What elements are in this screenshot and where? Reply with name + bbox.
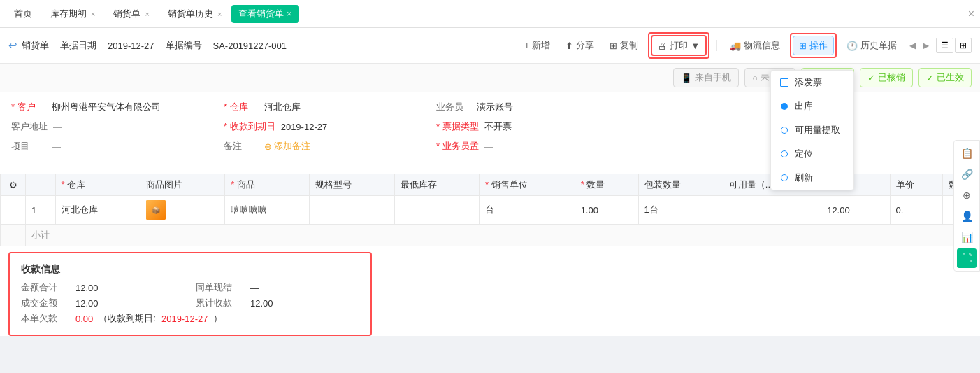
cumulative-value: 12.00: [250, 298, 273, 309]
locate-icon: [779, 149, 789, 159]
outbound-icon: [779, 101, 789, 111]
project-field: 项目 —: [11, 140, 207, 153]
print-icon: 🖨: [658, 41, 667, 51]
row-warehouse: 河北仓库: [55, 196, 140, 225]
tab-bar: 首页 库存期初 × 销货单 × 销货单历史 × 查看销货单 × ×: [0, 0, 980, 28]
close-window-btn[interactable]: ×: [968, 8, 974, 20]
summary-grid: 金额合计 12.00 同单现结 — 成交金额 12.00 累计收款 12.00 …: [21, 281, 359, 325]
copy-btn[interactable]: ⊞ 复制: [604, 36, 644, 55]
dropdown-locate[interactable]: 定位: [771, 142, 853, 166]
print-btn[interactable]: 🖨 打印 ▼: [651, 35, 707, 56]
tab-inventory-init[interactable]: 库存期初 ×: [42, 3, 103, 25]
prev-arrow[interactable]: ◀: [907, 39, 918, 52]
no-value: SA-20191227-001: [213, 41, 287, 51]
tab-home[interactable]: 首页: [6, 3, 41, 25]
summary-box: 收款信息 金额合计 12.00 同单现结 — 成交金额 12.00 累计收款 1…: [8, 252, 372, 336]
tab-close-history[interactable]: ×: [217, 10, 222, 18]
col-product-img: 商品图片: [140, 174, 224, 196]
new-btn[interactable]: + 新增: [519, 36, 556, 55]
dropdown-add-invoice[interactable]: 添发票: [771, 71, 853, 94]
row-product: 嘻嘻嘻嘻: [225, 196, 310, 225]
summary-title: 收款信息: [21, 263, 359, 276]
current-due-label: 本单欠款: [21, 312, 70, 325]
tab-close-inventory[interactable]: ×: [91, 10, 95, 18]
ticket-field: 票据类型 不开票: [436, 120, 632, 133]
operation-btn[interactable]: ⊞ 操作: [793, 36, 834, 55]
grid-view-btn[interactable]: ⊞: [955, 38, 972, 53]
row-seq: 1: [26, 196, 56, 225]
salesperson-field: 业务员孟 —: [436, 140, 632, 153]
sidebar-chart-icon[interactable]: 📊: [957, 227, 977, 247]
history-icon: 🕐: [846, 41, 858, 51]
due-date-field: 收款到期日 2019-12-27: [224, 120, 419, 133]
sidebar-add-icon[interactable]: ⊕: [957, 185, 977, 205]
row-spec: [310, 196, 394, 225]
row-min-stock: [394, 196, 479, 225]
doc-meta: 单据日期 2019-12-27 单据编号 SA-20191227-001: [60, 39, 287, 52]
doc-type-icon: ↩: [8, 39, 17, 52]
sidebar-link-icon[interactable]: 🔗: [957, 164, 977, 184]
tab-close-sales[interactable]: ×: [145, 10, 149, 18]
phone-icon: 📱: [681, 73, 692, 83]
total-value: 12.00: [75, 283, 99, 293]
doc-actions: + 新增 ⬆ 分享 ⊞ 复制 🖨 打印 ▼: [519, 32, 972, 59]
already-effective-btn[interactable]: ✓ 已生效: [918, 68, 972, 87]
add-invoice-icon: [779, 78, 789, 87]
logistics-btn[interactable]: 🚚 物流信息: [724, 36, 786, 55]
next-arrow[interactable]: ▶: [920, 39, 932, 52]
already-sold-btn[interactable]: ✓ 已核销: [860, 68, 913, 87]
available-qty-icon: [779, 125, 789, 135]
history-btn[interactable]: 🕐 历史单据: [841, 36, 902, 55]
dropdown-outbound[interactable]: 出库: [771, 94, 853, 118]
address-field: 客户地址 —: [11, 120, 207, 133]
add-note-btn[interactable]: ⊕ 添加备注: [264, 140, 310, 153]
no-label: 单据编号: [166, 39, 202, 52]
tab-close-view-sales[interactable]: ×: [287, 8, 292, 19]
deal-amount-label: 成交金额: [21, 297, 70, 309]
product-image: 📦: [146, 200, 166, 220]
dropdown-refresh[interactable]: 刷新: [771, 166, 853, 190]
staff-label: 业务员: [436, 101, 471, 113]
add-invoice-label: 添发票: [795, 76, 822, 89]
col-pack-qty: 包装数量: [638, 174, 723, 196]
share-btn[interactable]: ⬆ 分享: [560, 36, 600, 55]
row-product-img: 📦: [140, 196, 224, 225]
tab-view-sales[interactable]: 查看销货单 ×: [231, 5, 298, 23]
note-label: 备注: [224, 140, 259, 153]
row-pack-qty: 1台: [638, 196, 723, 225]
tab-sales-history[interactable]: 销货单历史 ×: [159, 3, 230, 25]
customer-field: 客户 柳州粤港平安气体有限公司: [11, 101, 207, 113]
sidebar-expand-icon[interactable]: ⛶: [957, 248, 977, 268]
row-gear: [1, 196, 26, 225]
sold-icon: ✓: [867, 73, 875, 83]
tab-sales-order[interactable]: 销货单 ×: [105, 3, 157, 25]
summary-cumulative-row: 累计收款 12.00: [196, 297, 359, 309]
operation-btn-highlighted: ⊞ 操作: [790, 33, 837, 58]
warehouse-label: 仓库: [224, 101, 259, 113]
warehouse-value: 河北仓库: [264, 101, 301, 113]
from-phone-btn[interactable]: 📱 来自手机: [673, 68, 739, 87]
effective-icon: ✓: [926, 73, 934, 83]
col-spec: 规格型号: [310, 174, 394, 196]
deal-amount-value: 12.00: [75, 298, 99, 309]
list-view-btn[interactable]: ☰: [936, 38, 953, 53]
summary-total-row: 金额合计 12.00: [21, 281, 185, 294]
plus-icon: ⊕: [264, 141, 272, 152]
warehouse-field: 仓库 河北仓库: [224, 101, 419, 113]
sidebar-clipboard-icon[interactable]: 📋: [957, 143, 977, 163]
col-quantity: * 数量: [575, 174, 638, 196]
print-dropdown-arrow: ▼: [691, 41, 700, 51]
outbound-label: 出库: [795, 100, 813, 113]
dropdown-available-qty[interactable]: 可用量提取: [771, 118, 853, 142]
col-product: * 商品: [225, 174, 310, 196]
staff-field: 业务员 演示账号: [436, 101, 632, 113]
customer-label: 客户: [11, 101, 46, 113]
subtotal-gear: [1, 225, 26, 246]
sidebar-user-icon[interactable]: 👤: [957, 206, 977, 226]
locate-label: 定位: [795, 148, 813, 160]
row-unit-price: 0.: [890, 196, 943, 225]
total-label: 金额合计: [21, 281, 70, 294]
date-label: 单据日期: [60, 39, 96, 52]
doc-header: ↩ 销货单 单据日期 2019-12-27 单据编号 SA-20191227-0…: [0, 28, 980, 64]
col-warehouse: * 仓库: [55, 174, 140, 196]
